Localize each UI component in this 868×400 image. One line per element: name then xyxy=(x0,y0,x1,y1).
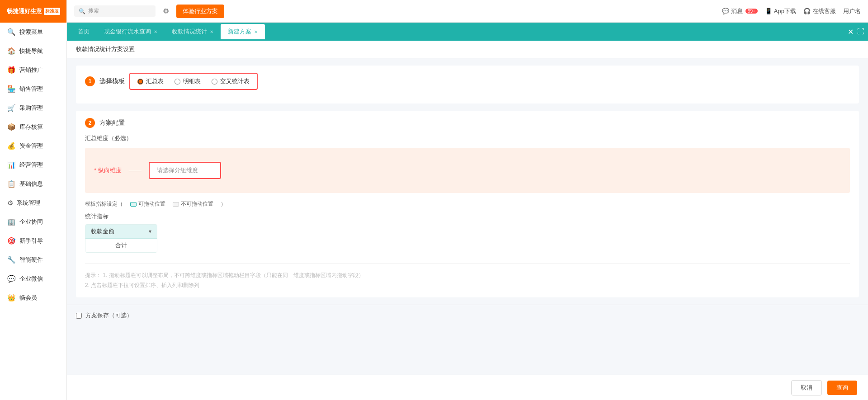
option-detail[interactable]: 明细表 xyxy=(175,77,201,85)
metrics-title-text: 模板指标设定（ xyxy=(85,200,123,208)
sidebar-item-search-menu[interactable]: 🔍 搜索菜单 xyxy=(0,23,66,42)
tab-new-plan[interactable]: 新建方案 ✕ xyxy=(221,24,265,39)
sidebar-item-quick-nav[interactable]: 🏠 快捷导航 xyxy=(0,42,66,61)
tab-new-plan-label: 新建方案 xyxy=(228,28,251,36)
chevron-down-icon[interactable]: ▾ xyxy=(149,228,151,235)
finance-icon: 💰 xyxy=(7,142,16,150)
radio-summary[interactable] xyxy=(137,79,143,85)
tips-section: 提示： 1. 拖动标题栏可以调整布局，不可跨维度或指标区域拖动栏目字段（只能在同… xyxy=(85,263,850,290)
step2-header: 2 方案配置 xyxy=(85,118,850,128)
sidebar-item-operations[interactable]: 📊 经营管理 xyxy=(0,155,66,174)
maximize-icon[interactable]: ⛶ xyxy=(857,28,864,36)
sidebar-item-inventory[interactable]: 📦 库存核算 xyxy=(0,118,66,136)
tab-home[interactable]: 首页 xyxy=(71,24,97,39)
step1-section: 1 选择模板 汇总表 明细表 交叉统计表 xyxy=(76,66,859,104)
enterprise-icon: 🏢 xyxy=(7,218,16,226)
navtabs: 首页 现金银行流水查询 ✕ 收款情况统计 ✕ 新建方案 ✕ ✕ ⛶ xyxy=(67,23,868,41)
content-area: 收款情况统计方案设置 1 选择模板 汇总表 明细表 xyxy=(67,41,868,375)
sidebar-item-vip[interactable]: 👑 畅会员 xyxy=(0,288,66,307)
search-box[interactable]: 🔍 搜索 xyxy=(74,5,156,17)
dimension-area: * 纵向维度 —— 请选择分组维度 xyxy=(85,148,850,193)
save-section: 方案保存（可选） xyxy=(67,305,868,326)
dimension-title: 汇总维度（必选） xyxy=(85,134,850,142)
user-menu[interactable]: 用户名 xyxy=(843,7,861,15)
step2-section: 2 方案配置 汇总维度（必选） * 纵向维度 —— 请选择分组维度 xyxy=(76,111,859,297)
save-label[interactable]: 方案保存（可选） xyxy=(85,311,132,320)
query-button[interactable]: 查询 xyxy=(827,381,857,395)
logo-text: 畅捷通好生意 xyxy=(7,7,42,15)
sidebar-item-system[interactable]: ⚙ 系统管理 xyxy=(0,193,66,212)
tab-receipts-stats[interactable]: 收款情况统计 ✕ xyxy=(165,24,221,39)
page-body: 1 选择模板 汇总表 明细表 交叉统计表 xyxy=(67,58,868,305)
footer-bar: 取消 查询 xyxy=(67,375,868,400)
dimension-row: * 纵向维度 —— 请选择分组维度 xyxy=(94,162,221,179)
user-name: 用户名 xyxy=(843,7,861,15)
sidebar-item-hardware[interactable]: 🔧 智能硬件 xyxy=(0,250,66,269)
sidebar-item-basics[interactable]: 📋 基础信息 xyxy=(0,174,66,193)
page-header: 收款情况统计方案设置 xyxy=(67,41,868,58)
notification-button[interactable]: 💬 消息 99+ xyxy=(722,7,758,15)
tip2: 2. 点击标题栏下拉可设置排序、插入列和删除列 xyxy=(85,281,850,291)
no-drag-indicator xyxy=(173,202,179,207)
metrics-table: 收款金额 ▾ 合计 xyxy=(85,224,157,253)
search-icon: 🔍 xyxy=(79,8,85,14)
home-icon: 🏠 xyxy=(7,47,16,55)
sidebar-item-guide[interactable]: 🎯 新手引导 xyxy=(0,231,66,250)
sidebar: 畅捷通好生意 标准版 🔍 搜索菜单 🏠 快捷导航 🎁 营销推广 🏪 销售管理 🛒… xyxy=(0,0,67,400)
search-placeholder: 搜索 xyxy=(88,7,99,15)
metrics-settings-header: 模板指标设定（ 可拖动位置 不可拖动位置 ） xyxy=(85,200,850,208)
tip1: 提示： 1. 拖动标题栏可以调整布局，不可跨维度或指标区域拖动栏目字段（只能在同… xyxy=(85,271,850,281)
save-checkbox[interactable] xyxy=(76,313,82,319)
inventory-icon: 📦 xyxy=(7,123,16,131)
tab-home-label: 首页 xyxy=(78,28,90,36)
sidebar-item-purchase[interactable]: 🛒 采购管理 xyxy=(0,99,66,118)
metrics-column-header[interactable]: 收款金额 ▾ xyxy=(85,225,157,239)
sidebar-item-finance[interactable]: 💰 资金管理 xyxy=(0,136,66,155)
system-icon: ⚙ xyxy=(7,199,13,207)
close-bank-flow-icon[interactable]: ✕ xyxy=(154,29,157,34)
tab-bank-flow-label: 现金银行流水查询 xyxy=(104,28,151,36)
settings-icon[interactable]: ⚙ xyxy=(163,7,169,15)
cancel-button[interactable]: 取消 xyxy=(791,380,822,395)
purchase-icon: 🛒 xyxy=(7,104,16,112)
step1-header: 1 选择模板 汇总表 明细表 交叉统计表 xyxy=(85,73,850,90)
template-options: 汇总表 明细表 交叉统计表 xyxy=(129,73,258,90)
radio-cross[interactable] xyxy=(212,79,217,85)
download-button[interactable]: 📱 App下载 xyxy=(765,7,796,15)
main-area: 🔍 搜索 ⚙ 体验行业方案 💬 消息 99+ 📱 App下载 🎧 在线客服 用户… xyxy=(67,0,868,400)
no-drag-label: 不可拖动位置 xyxy=(181,200,213,208)
guide-icon: 🎯 xyxy=(7,237,16,245)
tab-controls: ✕ ⛶ xyxy=(848,28,864,36)
option-summary[interactable]: 汇总表 xyxy=(137,77,164,85)
option-cross[interactable]: 交叉统计表 xyxy=(212,77,250,85)
topbar: 🔍 搜索 ⚙ 体验行业方案 💬 消息 99+ 📱 App下载 🎧 在线客服 用户… xyxy=(67,0,868,23)
sidebar-item-sales[interactable]: 🏪 销售管理 xyxy=(0,80,66,99)
notification-badge: 99+ xyxy=(745,9,758,14)
operations-icon: 📊 xyxy=(7,161,16,169)
service-button[interactable]: 🎧 在线客服 xyxy=(803,7,836,15)
metrics-title-suffix: ） xyxy=(221,200,226,208)
drag-indicator xyxy=(130,202,137,207)
radio-detail[interactable] xyxy=(175,79,180,85)
sales-icon: 🏪 xyxy=(7,85,16,93)
dimension-placeholder: 请选择分组维度 xyxy=(157,167,198,174)
tab-bank-flow[interactable]: 现金银行流水查询 ✕ xyxy=(97,24,165,39)
sidebar-item-enterprise[interactable]: 🏢 企业协同 xyxy=(0,212,66,231)
close-all-icon[interactable]: ✕ xyxy=(848,28,854,36)
vip-icon: 👑 xyxy=(7,294,16,302)
trial-button[interactable]: 体验行业方案 xyxy=(176,5,224,18)
sidebar-item-marketing[interactable]: 🎁 营销推广 xyxy=(0,61,66,80)
close-receipts-icon[interactable]: ✕ xyxy=(210,29,213,34)
wechat-icon: 💬 xyxy=(7,275,16,283)
gift-icon: 🎁 xyxy=(7,66,16,74)
service-icon: 🎧 xyxy=(803,8,811,14)
search-menu-icon: 🔍 xyxy=(7,28,16,36)
vertical-label: * 纵向维度 xyxy=(94,166,122,174)
total-label: 合计 xyxy=(115,242,127,249)
page-title: 收款情况统计方案设置 xyxy=(76,46,135,52)
sidebar-item-wechat[interactable]: 💬 企业微信 xyxy=(0,269,66,288)
close-new-plan-icon[interactable]: ✕ xyxy=(254,29,258,34)
hardware-icon: 🔧 xyxy=(7,256,16,264)
column-header-text: 收款金额 xyxy=(91,227,114,235)
dimension-select[interactable]: 请选择分组维度 xyxy=(149,162,221,179)
